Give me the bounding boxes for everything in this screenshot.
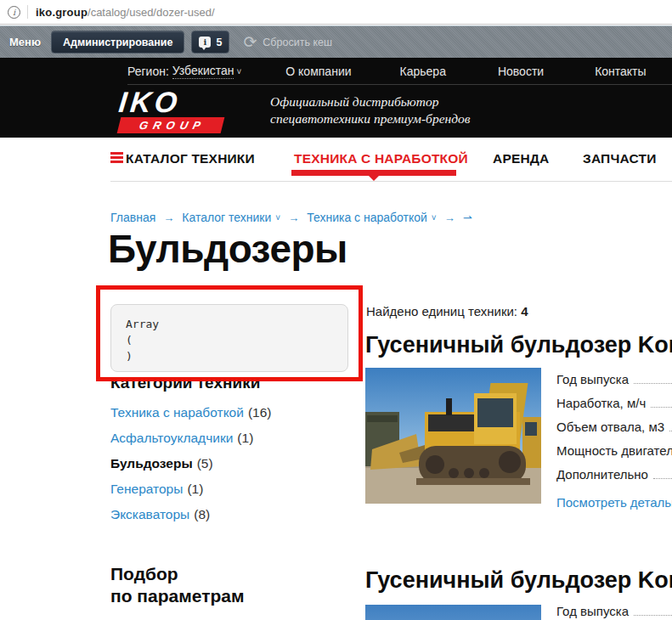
found-count-line: Найдено единиц техники: 4 [366,304,528,318]
logo-text-iko: IKO [117,89,223,115]
logo-text-group: GROUP [117,117,225,133]
product-photo[interactable] [365,605,541,620]
spec-row: Мощность двигателя [556,443,672,458]
admin-menu-button[interactable]: Меню [9,36,41,48]
spec-row: Дополнительно [556,467,672,482]
category-count: (1) [187,482,203,497]
menu-item-about[interactable]: О компании [285,65,351,78]
chevron-down-icon[interactable]: ˅ [275,213,280,223]
nav-tab-used-equipment[interactable]: ТЕХНИКА С НАРАБОТКОЙ [294,151,468,166]
notification-count: 5 [216,37,222,48]
company-logo[interactable]: IKO GROUP [119,89,223,133]
dotted-leader [634,383,672,384]
url-separator [27,5,28,19]
category-count: (8) [194,507,210,522]
info-icon[interactable]: i [8,6,20,19]
nav-tab-spare-parts[interactable]: ЗАПЧАСТИ [583,151,657,166]
active-tab-underline [291,170,456,176]
nav-tab-rent[interactable]: АРЕНДА [493,151,550,166]
menu-item-news[interactable]: Новости [498,65,544,78]
site-header: Регион: Узбекистан ˅ О компании Карьера … [0,58,672,138]
view-details-link[interactable]: Посмотреть детальн [556,495,672,510]
header-divider [127,84,672,85]
chevron-down-icon: ˅ [236,67,241,76]
hamburger-icon[interactable] [110,152,123,165]
category-item-pavers: Асфальтоукладчики (1) [110,431,271,456]
notifications-button[interactable]: i 5 [191,31,229,54]
nav-bottom-divider [110,181,672,182]
debug-line: ( [126,332,347,348]
breadcrumb-arrow-icon: → [163,211,174,224]
product-title[interactable]: Гусеничный бульдозер Kom [365,332,672,358]
page-title: Бульдозеры [108,226,347,272]
dotted-leader [651,407,672,408]
product-specs: Год выпуска Наработка, м/ч Объем отвала,… [556,372,672,510]
product-specs: Год выпуска [556,604,672,620]
debug-output-box: Array ( ) [110,304,348,372]
main-navigation: КАТАЛОГ ТЕХНИКИ ТЕХНИКА С НАРАБОТКОЙ АРЕ… [0,138,672,183]
dotted-leader [634,615,672,616]
nav-tab-catalog[interactable]: КАТАЛОГ ТЕХНИКИ [126,151,255,166]
category-item-excavators: Экскаваторы (8) [110,507,271,533]
chevron-down-icon[interactable]: ˅ [432,213,437,223]
category-count: (5) [197,456,213,471]
breadcrumb-trailing-arrow-icon: ⇀ [463,211,472,224]
categories-heading: Категории техники [110,374,260,392]
breadcrumb-catalog[interactable]: Каталог техники [182,211,271,224]
breadcrumb-arrow-icon: → [444,211,455,224]
breadcrumb-home[interactable]: Главная [110,211,155,224]
refresh-icon[interactable]: ⟳ [243,34,257,50]
spec-row: Объем отвала, м3 [556,420,672,434]
category-item-used: Техника с наработкой (16) [110,405,271,431]
category-item-generators: Генераторы (1) [110,482,271,507]
categories-list: Техника с наработкой (16) Асфальтоукладч… [110,405,271,533]
debug-line: ) [126,348,347,364]
product-title[interactable]: Гусеничный бульдозер Kom [365,567,672,594]
found-count-value: 4 [521,304,528,318]
menu-item-career[interactable]: Карьера [400,65,446,78]
breadcrumb-arrow-icon: → [288,211,299,224]
spec-row: Наработка, м/ч [556,396,672,410]
page: i iko.group /catalog/used/dozer-used/ Ме… [0,0,672,620]
region-selector[interactable]: Регион: Узбекистан ˅ [127,64,241,79]
category-count: (1) [237,431,253,446]
url-host: iko.group [36,6,88,19]
breadcrumb-used[interactable]: Техника с наработкой [307,211,427,224]
category-item-dozers: Бульдозеры (5) [110,456,271,482]
spec-row: Год выпуска [556,372,672,386]
clear-cache-button[interactable]: Сбросить кеш [263,37,332,48]
admin-toolbar: Меню Администрирование i 5 ⟳ Сбросить ке… [0,25,672,58]
company-tagline: Официальный дистрибьютор спецавтотехники… [270,93,471,127]
bulldozer-image [365,605,541,620]
top-utility-menu: Регион: Узбекистан ˅ О компании Карьера … [127,64,647,79]
spec-row: Год выпуска [556,604,672,618]
debug-line: Array [126,316,347,332]
bulldozer-image [365,368,541,504]
filter-by-params-heading: Подбор по параметрам [110,563,244,607]
administration-button[interactable]: Администрирование [51,31,184,54]
category-count: (16) [248,405,272,420]
breadcrumb: Главная → Каталог техники ˅ → Техника с … [110,211,472,224]
browser-url-bar[interactable]: i iko.group /catalog/used/dozer-used/ [0,0,672,25]
product-photo[interactable] [365,368,541,504]
url-path: /catalog/used/dozer-used/ [88,6,215,19]
notification-bubble-icon: i [199,37,211,48]
dotted-leader [653,478,672,479]
menu-item-contacts[interactable]: Контакты [595,65,646,78]
